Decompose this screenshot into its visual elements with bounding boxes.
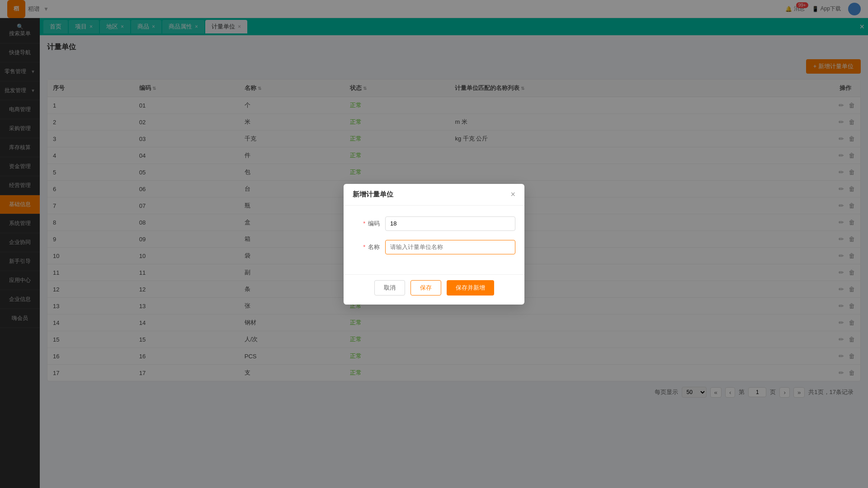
code-label: * 编码: [353, 220, 380, 228]
cancel-button[interactable]: 取消: [374, 280, 405, 296]
code-input[interactable]: [385, 216, 515, 231]
modal-footer: 取消 保存 保存并新增: [344, 274, 524, 305]
name-label: * 名称: [353, 243, 380, 251]
modal-header: 新增计量单位 ×: [344, 184, 524, 206]
add-unit-modal: 新增计量单位 × * 编码 * 名称 取消 保存 保存并新增: [344, 184, 524, 305]
save-button[interactable]: 保存: [410, 280, 441, 296]
required-star-code: *: [363, 220, 365, 227]
unit-name-input[interactable]: [385, 240, 515, 254]
form-row-code: * 编码: [353, 216, 515, 231]
form-row-name: * 名称: [353, 240, 515, 254]
modal-body: * 编码 * 名称: [344, 206, 524, 274]
required-star-name: *: [363, 244, 365, 250]
modal-title: 新增计量单位: [353, 190, 393, 199]
save-and-new-button[interactable]: 保存并新增: [447, 280, 494, 296]
modal-overlay[interactable]: 新增计量单位 × * 编码 * 名称 取消 保存 保存并新增: [0, 0, 868, 488]
modal-close-button[interactable]: ×: [510, 190, 515, 198]
